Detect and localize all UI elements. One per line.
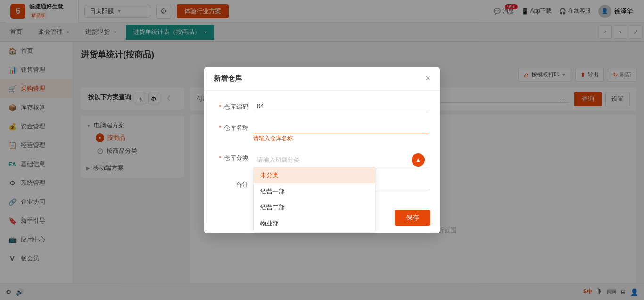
chevron-up-icon: ▲ [415, 157, 421, 163]
modal-header: 新增仓库 × [204, 67, 440, 91]
new-warehouse-modal: 新增仓库 × * 仓库编码 * 仓库名称 [204, 67, 440, 233]
save-button[interactable]: 保存 [395, 210, 430, 226]
category-label: * 仓库分类 [215, 151, 253, 162]
name-label: * 仓库名称 [215, 121, 253, 132]
warehouse-name-input[interactable] [253, 121, 429, 133]
category-field[interactable]: 请输入所属分类 ▲ [253, 151, 429, 169]
form-row-name: * 仓库名称 请输入仓库名称 [215, 121, 429, 142]
note-label: 备注 [215, 178, 253, 189]
dropdown-item-ops1[interactable]: 经营一部 [254, 183, 375, 200]
modal-title: 新增仓库 [214, 74, 242, 83]
name-error-msg: 请输入仓库名称 [253, 135, 293, 142]
dropdown-item-uncategorized[interactable]: 未分类 [254, 167, 375, 183]
modal-body: * 仓库编码 * 仓库名称 请输入仓库名称 [204, 91, 440, 204]
dropdown-item-property[interactable]: 物业部 [254, 216, 375, 232]
modal-overlay: 新增仓库 × * 仓库编码 * 仓库名称 [0, 0, 644, 300]
form-row-code: * 仓库编码 [215, 100, 429, 112]
code-label: * 仓库编码 [215, 100, 253, 111]
warehouse-code-input[interactable] [253, 100, 429, 112]
form-row-category: * 仓库分类 请输入所属分类 ▲ 未分类 经营一部 经营二部 物业部 [215, 151, 429, 169]
chevron-up-button[interactable]: ▲ [412, 153, 425, 167]
category-dropdown: 未分类 经营一部 经营二部 物业部 [253, 167, 376, 232]
dropdown-item-ops2[interactable]: 经营二部 [254, 200, 375, 216]
modal-close-button[interactable]: × [425, 74, 430, 83]
